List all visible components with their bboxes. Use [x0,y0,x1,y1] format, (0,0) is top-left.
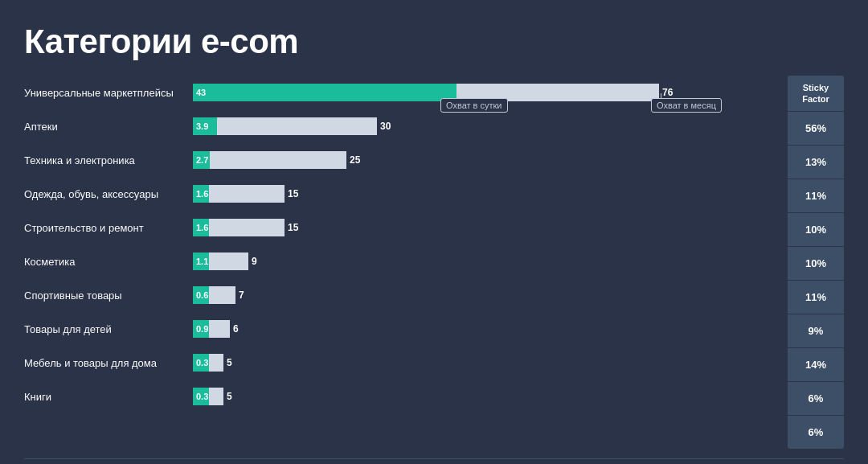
bar-wrapper: 1.615 [193,177,781,211]
monthly-value-label: 30 [380,121,391,132]
category-label: Одежда, обувь, аксессуары [24,188,193,200]
daily-bar: 0.3 [193,388,209,405]
daily-bar: 1.6 [193,219,209,236]
bar-wrapper: 3.930 [193,109,781,143]
table-row: Товары для детей0.96 [24,312,781,346]
bar-wrapper: 0.96 [193,312,781,346]
category-label: Универсальные маркетплейсы [24,87,193,99]
category-label: Товары для детей [24,323,193,335]
sticky-header: StickyFactor [788,76,844,111]
daily-value-label: 2.7 [193,155,208,165]
daily-value-label: 0.9 [193,324,208,334]
table-row: Одежда, обувь, аксессуары1.615 [24,177,781,211]
bar-wrapper: 1.19 [193,244,781,278]
category-label: Спортивные товары [24,289,193,302]
bar-wrapper: 1.615 [193,211,781,244]
monthly-value-label: 7 [239,289,244,301]
monthly-value-label: 5 [227,357,232,368]
table-row: Спортивные товары0.67 [24,278,781,312]
sticky-value: 10% [788,212,844,246]
daily-bar: 1.6 [193,185,209,203]
table-row: Мебель и товары для дома0.35 [24,346,781,380]
sticky-value: 14% [788,347,844,381]
daily-value-label: 43 [193,88,206,97]
daily-bar: 43 [193,84,457,101]
table-row: Книги0.35 [24,380,781,413]
category-label: Косметика [24,256,193,268]
sticky-value: 56% [788,111,844,145]
sticky-value: 13% [788,145,844,179]
monthly-value-label: 15 [288,222,298,233]
page-title: Категории e-com [24,23,844,61]
category-label: Аптеки [24,121,193,133]
daily-value-label: 0.6 [193,290,208,300]
sticky-value: 11% [788,179,844,212]
table-row: Косметика1.19 [24,244,781,278]
daily-value-label: 1.6 [193,189,208,199]
monthly-value-label: 76 [662,87,673,98]
daily-bar: 3.9 [193,117,217,135]
page-container: Категории e-com Универсальные маркетплей… [0,0,868,464]
daily-value-label: 0.3 [193,358,208,368]
daily-bar: 2.7 [193,151,210,169]
sticky-column: StickyFactor56%13%11%10%10%11%9%14%6%6% [788,76,844,449]
monthly-value-label: 9 [252,256,257,267]
daily-bar: 0.6 [193,286,209,304]
category-label: Строительство и ремонт [24,222,193,234]
daily-bar: 0.9 [193,320,209,338]
table-row: Техника и электроника2.725 [24,143,781,177]
daily-bar: 1.1 [193,253,209,270]
monthly-value-label: 25 [350,154,360,166]
category-label: Книги [24,391,193,403]
monthly-value-label: 5 [227,391,232,402]
monthly-bar [193,117,377,135]
bar-wrapper: 4376Охват в суткиОхват в месяц [193,76,781,109]
daily-value-label: 0.3 [193,392,208,401]
monthly-value-label: 15 [288,188,298,199]
main-content: Универсальные маркетплейсы4376Охват в су… [24,76,844,449]
daily-value-label: 1.1 [193,257,208,266]
daily-value-label: 1.6 [193,223,208,232]
sticky-value: 9% [788,314,844,347]
chart-rows: Универсальные маркетплейсы4376Охват в су… [24,76,781,449]
monthly-bar [193,151,346,169]
monthly-value-label: 6 [233,323,239,335]
category-label: Техника и электроника [24,154,193,166]
daily-value-label: 3.9 [193,121,208,131]
table-row: Аптеки3.930 [24,109,781,143]
footer-text: Mediascope Cross Web, мобайл и десктоп, … [24,458,844,464]
bar-wrapper: 2.725 [193,143,781,177]
table-row: Универсальные маркетплейсы4376Охват в су… [24,76,781,109]
daily-bar: 0.3 [193,354,209,372]
bar-wrapper: 0.35 [193,346,781,380]
category-label: Мебель и товары для дома [24,357,193,369]
sticky-value: 6% [788,415,844,449]
bar-wrapper: 0.67 [193,278,781,312]
daily-annotation: Охват в сутки [440,98,508,113]
sticky-value: 10% [788,246,844,280]
sticky-value: 6% [788,381,844,415]
bar-wrapper: 0.35 [193,380,781,413]
monthly-annotation: Охват в месяц [651,98,722,113]
table-row: Строительство и ремонт1.615 [24,211,781,244]
sticky-value: 11% [788,280,844,314]
